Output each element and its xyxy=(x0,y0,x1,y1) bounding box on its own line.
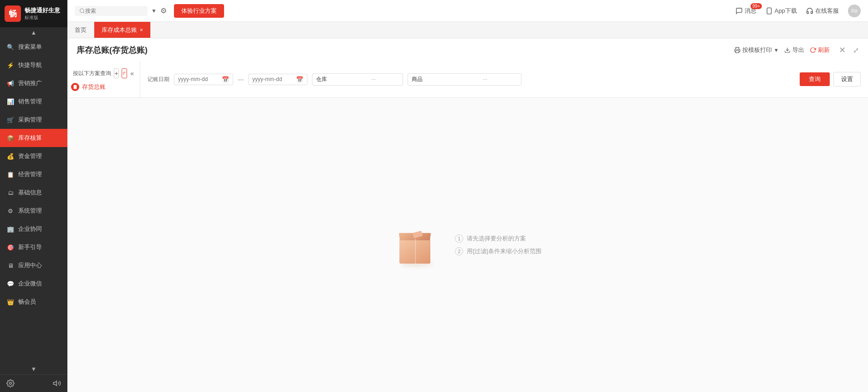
filter-add-btn[interactable]: + xyxy=(114,68,119,78)
page-title: 库存总账(存货总账) xyxy=(77,45,148,56)
topbar-gear-icon[interactable]: ⚙ xyxy=(160,6,167,15)
svg-rect-5 xyxy=(736,51,739,53)
sidebar-scroll-up[interactable]: ▲ xyxy=(0,27,67,38)
sidebar-scroll-down[interactable]: ▼ xyxy=(0,364,67,374)
filter-bar-label: 按以下方案查询 xyxy=(73,70,111,77)
date-start-field[interactable] xyxy=(178,76,219,82)
page-wrapper: 库存总账(存货总账) 按模板打印 ▼ 导出 刷新 xyxy=(67,38,868,392)
filter-bar-controls: 按以下方案查询 + « xyxy=(67,66,140,81)
product-more-btn[interactable]: ··· xyxy=(483,76,517,82)
settings-button[interactable]: 设置 xyxy=(833,72,861,87)
topbar: ▼ ⚙ 体验行业方案 消息 99+ App下载 在线客服 Rit xyxy=(67,0,868,22)
date-field-label: 记账日期 xyxy=(148,76,169,83)
calendar-start-icon: 📅 xyxy=(222,76,229,83)
marketing-icon: 📢 xyxy=(6,79,15,87)
operation-icon: 📋 xyxy=(6,170,15,178)
warehouse-input[interactable]: 仓库 ··· xyxy=(312,73,403,86)
user-avatar[interactable]: Rit xyxy=(848,5,861,17)
settings-button[interactable] xyxy=(6,379,15,387)
sidebar-item-marketing[interactable]: 📢 营销推广 xyxy=(0,74,67,92)
empty-illustration xyxy=(394,220,444,270)
app-download-btn[interactable]: App下载 xyxy=(766,7,797,15)
sidebar-item-member[interactable]: 👑 畅会员 xyxy=(0,293,67,311)
app-logo-icon: 畅 xyxy=(5,5,21,22)
scheme-icon xyxy=(71,83,79,91)
svg-rect-3 xyxy=(767,8,771,14)
message-icon xyxy=(735,7,743,15)
step-1-num: 1 xyxy=(455,234,463,243)
purchase-icon: 🛒 xyxy=(6,116,15,124)
tab-close-btn[interactable]: × xyxy=(140,27,143,33)
tabbar: 首页 库存成本总账 × xyxy=(67,22,868,38)
headset-icon xyxy=(806,7,813,15)
empty-hint-2: 2 用[过滤]条件来缩小分析范围 xyxy=(455,247,541,255)
search-input[interactable] xyxy=(85,8,143,14)
search-icon: 🔍 xyxy=(6,43,15,51)
refresh-icon xyxy=(810,47,816,53)
scheme-item-inventory[interactable]: 存货总账 xyxy=(67,81,140,93)
date-separator: — xyxy=(238,76,244,83)
empty-text: 1 请先选择要分析的方案 2 用[过滤]条件来缩小分析范围 xyxy=(455,234,541,255)
sidebar-item-purchase[interactable]: 🛒 采购管理 xyxy=(0,111,67,129)
warehouse-more-btn[interactable]: ··· xyxy=(371,76,399,82)
svg-marker-1 xyxy=(54,381,57,386)
member-icon: 👑 xyxy=(6,298,15,306)
panel-close-btn[interactable]: ✕ xyxy=(839,45,846,55)
page-actions: 按模板打印 ▼ 导出 刷新 ✕ ⤢ xyxy=(734,45,859,55)
product-input[interactable]: 商品 ··· xyxy=(408,73,521,86)
sidebar-item-search[interactable]: 🔍 搜索菜单 xyxy=(0,38,67,56)
sidebar-item-inventory[interactable]: 📦 库存核算 xyxy=(0,129,67,147)
filter-section: 按以下方案查询 + « 存货总账 xyxy=(67,61,868,98)
inventory-icon: 📦 xyxy=(6,134,15,142)
sidebar-item-finance[interactable]: 💰 资金管理 xyxy=(0,147,67,165)
content-area: 库存总账(存货总账) 按模板打印 ▼ 导出 刷新 xyxy=(67,38,868,392)
wechat-icon: 💬 xyxy=(6,280,15,288)
scheme-panel: 按以下方案查询 + « 存货总账 xyxy=(67,61,140,97)
tab-home[interactable]: 首页 xyxy=(67,22,94,38)
sidebar-item-enterprise[interactable]: 🏢 企业协同 xyxy=(0,220,67,238)
topbar-right: 消息 99+ App下载 在线客服 Rit xyxy=(735,5,861,17)
filter-collapse-btn[interactable]: « xyxy=(130,68,134,78)
message-btn[interactable]: 消息 99+ xyxy=(735,7,756,15)
calendar-end-icon: 📅 xyxy=(296,76,303,83)
appstore-icon: 🖥 xyxy=(6,261,15,270)
sidebar-item-sales[interactable]: 📊 销售管理 xyxy=(0,92,67,111)
topbar-chevron-icon[interactable]: ▼ xyxy=(151,8,157,14)
sidebar-item-shortcut[interactable]: ⚡ 快捷导航 xyxy=(0,56,67,74)
shortcut-icon: ⚡ xyxy=(6,61,15,69)
sidebar-item-wechat[interactable]: 💬 企业微信 xyxy=(0,275,67,293)
sidebar: 畅 畅捷通好生意 标准版 ▲ 🔍 搜索菜单 ⚡ 快捷导航 📢 营销推广 📊 销售… xyxy=(0,0,67,392)
box-line xyxy=(415,239,416,264)
sidebar-item-newbie[interactable]: 🎯 新手引导 xyxy=(0,238,67,256)
sidebar-item-basic[interactable]: 🗂 基础信息 xyxy=(0,183,67,202)
sidebar-logo: 畅 畅捷通好生意 标准版 xyxy=(0,0,67,27)
print-btn[interactable]: 按模板打印 ▼ xyxy=(734,46,779,54)
sound-button[interactable] xyxy=(53,379,61,387)
tab-inventory-ledger[interactable]: 库存成本总账 × xyxy=(94,22,151,38)
date-start-input[interactable]: 📅 xyxy=(174,74,233,85)
refresh-btn[interactable]: 刷新 xyxy=(810,46,830,54)
svg-point-0 xyxy=(10,382,12,385)
panel-expand-btn[interactable]: ⤢ xyxy=(853,46,859,55)
trial-btn[interactable]: 体验行业方案 xyxy=(174,4,224,18)
enterprise-icon: 🏢 xyxy=(6,225,15,233)
export-icon xyxy=(784,47,791,53)
empty-content: 1 请先选择要分析的方案 2 用[过滤]条件来缩小分析范围 xyxy=(394,220,541,270)
sidebar-item-system[interactable]: ⚙ 系统管理 xyxy=(0,202,67,220)
filter-setting-btn[interactable] xyxy=(122,68,127,78)
export-btn[interactable]: 导出 xyxy=(784,46,804,54)
sidebar-item-appstore[interactable]: 🖥 应用中心 xyxy=(0,256,67,275)
sidebar-item-operation[interactable]: 📋 经营管理 xyxy=(0,165,67,183)
svg-point-2 xyxy=(80,9,84,12)
date-end-field[interactable] xyxy=(252,76,293,82)
online-service-btn[interactable]: 在线客服 xyxy=(806,7,839,15)
topbar-search-box[interactable] xyxy=(75,6,148,16)
sidebar-nav: 🔍 搜索菜单 ⚡ 快捷导航 📢 营销推广 📊 销售管理 🛒 采购管理 📦 库存核… xyxy=(0,38,67,364)
sales-icon: 📊 xyxy=(6,97,15,106)
date-end-input[interactable]: 📅 xyxy=(248,74,307,85)
filter-setting-icon xyxy=(122,71,127,76)
query-button[interactable]: 查询 xyxy=(800,72,830,86)
system-icon: ⚙ xyxy=(6,207,15,215)
sidebar-bottom xyxy=(0,374,67,392)
book-icon xyxy=(73,85,77,89)
